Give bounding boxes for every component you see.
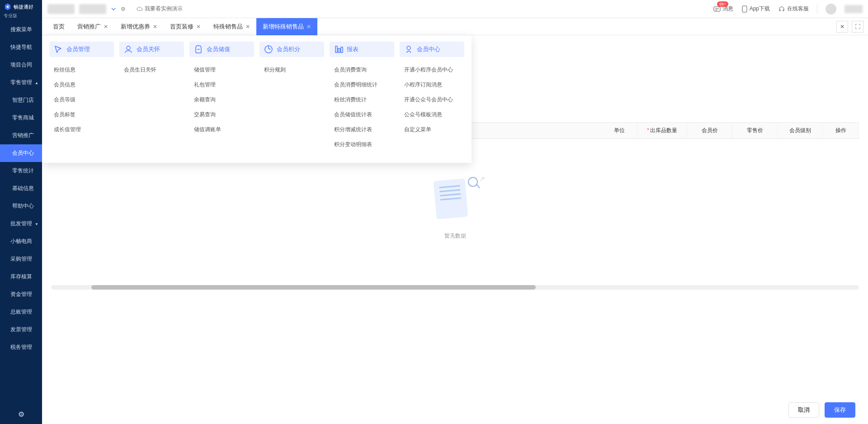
mega-link-0-1[interactable]: 会员信息 — [49, 77, 114, 92]
table-header-0[interactable]: 单位 — [601, 123, 637, 138]
mega-link-5-0[interactable]: 开通小程序会员中心 — [400, 62, 464, 77]
mega-link-4-1[interactable]: 会员消费明细统计 — [330, 77, 394, 92]
table-header-4[interactable]: 会员级别 — [778, 123, 823, 138]
header-settings-icon[interactable]: ⚙ — [121, 6, 126, 12]
tab-5[interactable]: 新增特殊销售品✕ — [256, 18, 317, 35]
header-left: ⚙ 我要看实例演示 — [47, 4, 183, 14]
tab-2[interactable]: 新增优惠券✕ — [114, 18, 164, 35]
mega-link-2-4[interactable]: 储值调账单 — [189, 122, 254, 137]
sidebar-item-8[interactable]: 零售统计 — [0, 162, 42, 180]
tab-close-icon[interactable]: ✕ — [307, 24, 311, 30]
mega-link-1-0[interactable]: 会员生日关怀 — [119, 62, 184, 77]
tab-0[interactable]: 首页 — [47, 18, 71, 35]
gear-icon[interactable]: ⚙ — [18, 410, 24, 418]
mega-link-2-3[interactable]: 交易查询 — [189, 107, 254, 122]
mega-col-0: 会员管理粉丝信息会员信息会员等级会员标签成长值管理 — [47, 42, 117, 152]
mega-link-0-4[interactable]: 成长值管理 — [49, 122, 114, 137]
sidebar-item-12[interactable]: 小畅电商 — [0, 233, 42, 250]
save-button[interactable]: 保存 — [825, 402, 855, 418]
mega-link-5-1[interactable]: 小程序订阅消息 — [400, 77, 464, 92]
sidebar-item-15[interactable]: 资金管理 — [0, 286, 42, 303]
avatar[interactable] — [826, 4, 836, 14]
sidebar-item-10[interactable]: 帮助中心 — [0, 197, 42, 215]
sidebar-item-16[interactable]: 总账管理 — [0, 303, 42, 321]
mega-link-0-0[interactable]: 粉丝信息 — [49, 62, 114, 77]
fullscreen-button[interactable]: ⛶ — [852, 21, 863, 33]
mega-head-5[interactable]: 会员中心 — [400, 42, 464, 57]
message-badge: 99+ — [717, 1, 728, 7]
demo-link[interactable]: 我要看实例演示 — [137, 5, 183, 13]
mega-link-4-2[interactable]: 粉丝消费统计 — [330, 92, 394, 107]
org-selector-blurred[interactable] — [47, 4, 75, 14]
tab-close-icon[interactable]: ✕ — [196, 24, 201, 30]
cancel-button[interactable]: 取消 — [788, 402, 819, 418]
mega-head-3[interactable]: 会员积分 — [259, 42, 324, 57]
username-blurred[interactable] — [844, 5, 863, 13]
app-download-action[interactable]: App下载 — [741, 5, 770, 13]
table-header-5[interactable]: 操作 — [823, 123, 859, 138]
mega-head-0[interactable]: 会员管理 — [49, 42, 114, 57]
tab-close-icon[interactable]: ✕ — [104, 24, 108, 30]
sidebar-item-18[interactable]: 税务管理 — [0, 338, 42, 356]
scrollbar-thumb[interactable] — [91, 285, 536, 290]
mega-link-0-3[interactable]: 会员标签 — [49, 107, 114, 122]
sidebar-item-0[interactable]: 搜索菜单 — [0, 21, 42, 38]
mega-link-0-2[interactable]: 会员等级 — [49, 92, 114, 107]
sub-selector-blurred[interactable] — [79, 4, 106, 14]
mega-link-4-3[interactable]: 会员储值统计表 — [330, 107, 394, 122]
empty-text: 暂无数据 — [51, 232, 859, 240]
mega-link-2-1[interactable]: 礼包管理 — [189, 77, 254, 92]
tab-3[interactable]: 首页装修✕ — [164, 18, 207, 35]
sidebar-item-7[interactable]: 会员中心 — [0, 144, 42, 162]
dropdown-toggle[interactable] — [111, 6, 116, 12]
table-header-1[interactable]: 出库品数量 — [637, 123, 687, 138]
mega-col-5: 会员中心开通小程序会员中心小程序订阅消息开通公众号会员中心公众号模板消息自定义菜… — [397, 42, 467, 152]
mega-category-icon — [404, 45, 413, 54]
tab-1[interactable]: 营销推广✕ — [71, 18, 114, 35]
mega-link-3-0[interactable]: 积分规则 — [259, 62, 324, 77]
tabs-controls: ✕ ⛶ — [836, 21, 863, 33]
sidebar-item-11[interactable]: 批发管理 — [0, 215, 42, 233]
horizontal-scrollbar[interactable] — [51, 285, 859, 290]
service-action[interactable]: 在线客服 — [778, 5, 809, 13]
mega-link-5-2[interactable]: 开通公众号会员中心 — [400, 92, 464, 107]
sidebar-item-2[interactable]: 项目合同 — [0, 56, 42, 74]
mega-head-4[interactable]: 报表 — [330, 42, 394, 57]
mega-link-5-3[interactable]: 公众号模板消息 — [400, 107, 464, 122]
sidebar-item-6[interactable]: 营销推广 — [0, 127, 42, 144]
sidebar-item-14[interactable]: 库存核算 — [0, 268, 42, 286]
mega-link-4-4[interactable]: 积分增减统计表 — [330, 122, 394, 137]
phone-icon — [741, 5, 748, 13]
sidebar-item-9[interactable]: 基础信息 — [0, 180, 42, 197]
sidebar-item-17[interactable]: 发票管理 — [0, 321, 42, 338]
mega-link-4-0[interactable]: 会员消费查询 — [330, 62, 394, 77]
brand-logo[interactable]: 畅捷通好 — [0, 0, 42, 14]
sidebar-item-1[interactable]: 快捷导航 — [0, 38, 42, 56]
tabs-container: 首页营销推广✕新增优惠券✕首页装修✕特殊销售品✕新增特殊销售品✕ — [47, 18, 317, 35]
table-header-3[interactable]: 零售价 — [732, 123, 778, 138]
mega-head-1[interactable]: 会员关怀 — [119, 42, 184, 57]
mega-col-4: 报表会员消费查询会员消费明细统计粉丝消费统计会员储值统计表积分增减统计表积分变动… — [327, 42, 397, 152]
sidebar-item-3[interactable]: 零售管理 — [0, 74, 42, 91]
tab-close-icon[interactable]: ✕ — [153, 24, 157, 30]
mega-category-icon — [264, 45, 273, 54]
brand-name: 畅捷通好 — [14, 4, 33, 10]
chevron-down-icon — [111, 6, 116, 12]
mega-link-5-4[interactable]: 自定义菜单 — [400, 122, 464, 137]
mega-link-2-2[interactable]: 余额查询 — [189, 92, 254, 107]
mega-link-4-5[interactable]: 积分变动明细表 — [330, 137, 394, 152]
tab-4[interactable]: 特殊销售品✕ — [207, 18, 256, 35]
table-header-2[interactable]: 会员价 — [687, 123, 732, 138]
mega-col-3: 会员积分积分规则 — [257, 42, 327, 152]
sidebar-item-4[interactable]: 智慧门店 — [0, 91, 42, 109]
sidebar-item-5[interactable]: 零售商城 — [0, 109, 42, 127]
tab-close-icon[interactable]: ✕ — [245, 24, 250, 30]
mega-link-2-0[interactable]: 储值管理 — [189, 62, 254, 77]
brand-edition: 专业版 — [0, 13, 42, 19]
message-action[interactable]: 99+ 消息 — [713, 5, 733, 13]
svg-point-0 — [7, 6, 9, 8]
mega-category-icon — [124, 45, 133, 54]
mega-head-2[interactable]: 会员储值 — [189, 42, 254, 57]
close-all-tabs-button[interactable]: ✕ — [836, 21, 848, 33]
sidebar-item-13[interactable]: 采购管理 — [0, 250, 42, 268]
